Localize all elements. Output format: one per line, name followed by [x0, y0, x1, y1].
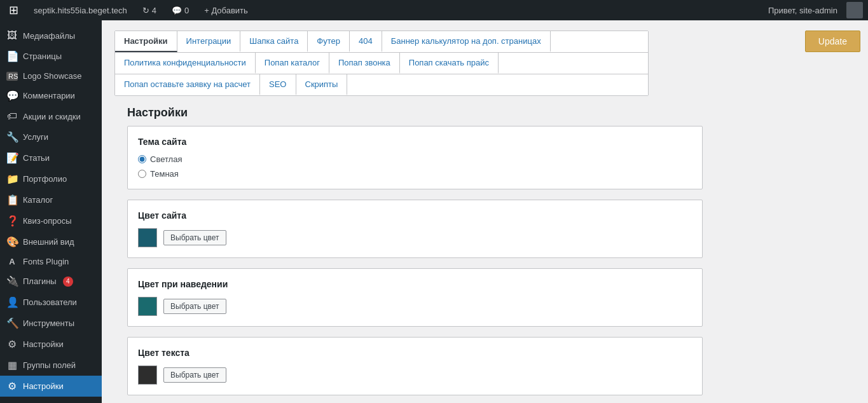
sidebar-item-catalog-label: Каталог — [23, 195, 53, 205]
admin-bar: ⊞ septik.hits55ia.beget.tech ↻ 4 💬 0 + Д… — [0, 0, 868, 20]
hover-color-button[interactable]: Выбрать цвет — [163, 299, 226, 314]
tab-popup-price[interactable]: Попап скачать прайс — [400, 53, 499, 74]
sidebar-item-comments[interactable]: 💬 Комментарии — [0, 85, 102, 106]
site-name[interactable]: septik.hits55ia.beget.tech — [30, 0, 131, 20]
main-content: Настройки Интеграции Шапка сайта Футер 4… — [102, 20, 728, 403]
text-color-row: Выбрать цвет — [138, 365, 692, 385]
sidebar-item-logo-showcase-label: Logo Showcase — [23, 71, 82, 81]
comments-item[interactable]: 💬 0 — [168, 0, 193, 20]
add-new-label: + Добавить — [204, 6, 248, 15]
text-color-swatch[interactable] — [138, 365, 157, 385]
pages-icon: 📄 — [6, 50, 18, 62]
tab-nastroyki[interactable]: Настройки — [115, 31, 177, 52]
tab-popup-catalog[interactable]: Попап каталог — [256, 53, 329, 74]
radio-dark[interactable]: Темная — [138, 169, 692, 179]
wp-logo[interactable]: ⊞ — [5, 0, 22, 20]
comments-icon: 💬 — [6, 90, 18, 102]
tabs-row-2: Политика конфиденциальности Попап катало… — [115, 53, 648, 74]
sidebar-item-media-label: Медиафайлы — [23, 31, 75, 41]
tab-404[interactable]: 404 — [350, 31, 382, 52]
sidebar-item-appearance-label: Внешний вид — [23, 237, 74, 247]
tab-shapka[interactable]: Шапка сайта — [240, 31, 308, 52]
radio-light[interactable]: Светлая — [138, 154, 692, 164]
sidebar-item-fonts-label: Fonts Plugin — [23, 257, 69, 266]
sidebar-item-groups[interactable]: ▦ Группы полей — [0, 355, 102, 376]
catalog-icon: 📋 — [6, 194, 18, 206]
sidebar-item-settings[interactable]: ⚙ Настройки — [0, 334, 102, 355]
sidebar-item-aktsii-label: Акции и скидки — [23, 112, 81, 121]
comments-count: 0 — [184, 6, 189, 15]
greeting-item[interactable]: Привет, site-admin — [764, 0, 841, 20]
tabs-row-1: Настройки Интеграции Шапка сайта Футер 4… — [115, 31, 648, 53]
media-icon: 🖼 — [6, 30, 18, 41]
sidebar-item-fonts[interactable]: A Fonts Plugin — [0, 252, 102, 271]
logo-showcase-icon: RS — [6, 72, 18, 81]
sidebar-item-media[interactable]: 🖼 Медиафайлы — [0, 25, 102, 46]
tab-popup-request[interactable]: Попап оставьте заявку на расчет — [115, 74, 260, 95]
sidebar-item-appearance[interactable]: 🎨 Внешний вид — [0, 231, 102, 252]
users-icon: 👤 — [6, 296, 18, 308]
theme-radio-group: Светлая Темная — [138, 154, 692, 179]
page-title: Настройки — [114, 96, 715, 126]
sidebar-item-users-label: Пользователи — [23, 297, 77, 307]
radio-dark-label: Темная — [150, 169, 179, 179]
add-new-item[interactable]: + Добавить — [200, 0, 252, 20]
quiz-icon: ❓ — [6, 215, 18, 227]
updates-item[interactable]: ↻ 4 — [139, 0, 160, 20]
text-color-button[interactable]: Выбрать цвет — [163, 367, 226, 383]
site-color-swatch[interactable] — [138, 228, 157, 247]
radio-dark-input[interactable] — [138, 170, 146, 178]
content-wrapper: 🖼 Медиафайлы 📄 Страницы RS Logo Showcase… — [0, 20, 868, 403]
sidebar-item-portfolio[interactable]: 📁 Портфолио — [0, 168, 102, 189]
tabs-container: Настройки Интеграции Шапка сайта Футер 4… — [114, 31, 649, 96]
admin-sidebar: 🖼 Медиафайлы 📄 Страницы RS Logo Showcase… — [0, 20, 102, 403]
sidebar-item-comments-label: Комментарии — [23, 91, 75, 100]
sidebar-item-quiz[interactable]: ❓ Квиз-опросы — [0, 210, 102, 231]
update-button[interactable]: Update — [805, 31, 860, 52]
articles-icon: 📝 — [6, 152, 18, 164]
groups-icon: ▦ — [6, 359, 18, 371]
radio-light-input[interactable] — [138, 155, 146, 163]
comments-icon: 💬 — [172, 6, 182, 15]
section-theme: Тема сайта Светлая Темная — [127, 126, 703, 189]
tab-footer[interactable]: Футер — [308, 31, 350, 52]
settings2-icon: ⚙ — [6, 380, 18, 392]
sidebar-item-settings-label: Настройки — [23, 339, 64, 349]
section-text-color: Цвет текста Выбрать цвет — [127, 337, 703, 395]
tab-popup-call[interactable]: Попап звонка — [329, 53, 400, 74]
appearance-icon: 🎨 — [6, 236, 18, 248]
site-color-button[interactable]: Выбрать цвет — [163, 230, 226, 245]
sidebar-item-aktsii[interactable]: 🏷 Акции и скидки — [0, 106, 102, 126]
sidebar-item-portfolio-label: Портфолио — [23, 174, 67, 184]
tab-banner[interactable]: Баннер калькулятор на доп. страницах — [382, 31, 551, 52]
sidebar-item-tools[interactable]: 🔨 Инструменты — [0, 313, 102, 334]
section-theme-title: Тема сайта — [138, 137, 692, 147]
tab-privacy[interactable]: Политика конфиденциальности — [115, 53, 256, 74]
tab-integracii[interactable]: Интеграции — [177, 31, 241, 52]
tab-seo[interactable]: SEO — [260, 74, 296, 95]
section-text-color-title: Цвет текста — [138, 348, 692, 358]
sidebar-item-settings2[interactable]: ⚙ Настройки — [0, 376, 102, 397]
tabs-row-3: Попап оставьте заявку на расчет SEO Скри… — [115, 74, 648, 95]
sidebar-item-pages-label: Страницы — [23, 51, 62, 61]
radio-light-label: Светлая — [150, 154, 182, 164]
hover-color-row: Выбрать цвет — [138, 297, 692, 316]
sidebar-item-plugins-label: Плагины — [23, 277, 57, 286]
sidebar-item-plugins[interactable]: 🔌 Плагины 4 — [0, 271, 102, 292]
fonts-icon: A — [6, 257, 18, 266]
sidebar-item-articles[interactable]: 📝 Статьи — [0, 147, 102, 168]
portfolio-icon: 📁 — [6, 173, 18, 185]
section-hover-color-title: Цвет при наведении — [138, 279, 692, 289]
greeting-text: Привет, site-admin — [768, 6, 837, 15]
hover-color-swatch[interactable] — [138, 297, 157, 316]
sidebar-item-logo-showcase[interactable]: RS Logo Showcase — [0, 67, 102, 85]
avatar[interactable] — [846, 2, 863, 18]
sidebar-item-pages[interactable]: 📄 Страницы — [0, 46, 102, 67]
sidebar-item-services[interactable]: 🔧 Услуги — [0, 126, 102, 147]
sidebar-item-catalog[interactable]: 📋 Каталог — [0, 189, 102, 210]
wp-icon: ⊞ — [9, 3, 18, 17]
sidebar-item-tools-label: Инструменты — [23, 318, 74, 328]
tab-scripts[interactable]: Скрипты — [296, 74, 348, 95]
tools-icon: 🔨 — [6, 317, 18, 329]
sidebar-item-users[interactable]: 👤 Пользователи — [0, 292, 102, 313]
